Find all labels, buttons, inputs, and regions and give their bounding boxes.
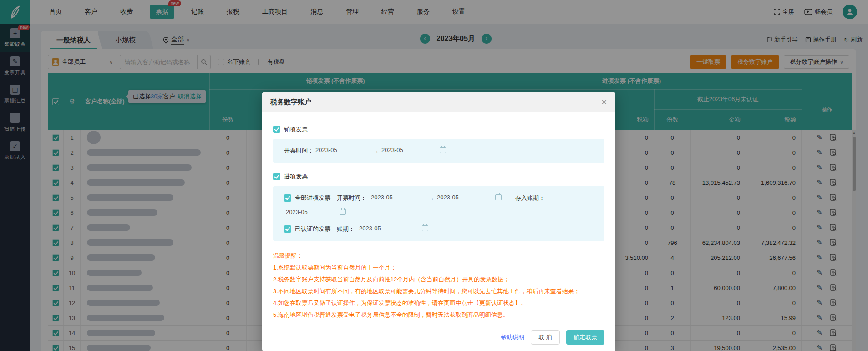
digital-account-modal: 税务数字账户 ✕ 销项发票 开票时间： 2023-05 → 2023-05 进项…	[262, 92, 615, 351]
arrow-right-icon: →	[373, 148, 379, 154]
calendar-icon	[340, 209, 346, 215]
sales-date-from-field[interactable]: 2023-05	[314, 145, 372, 156]
all-purchase-checkbox[interactable]	[284, 194, 291, 202]
confirm-fetch-button[interactable]: 确定取票	[566, 330, 604, 345]
purchase-date-panel: 全部进项发票 开票时间： 2023-05 → 2023-05 存入账期： 202…	[273, 186, 604, 241]
calendar-icon	[422, 225, 428, 231]
warning-notes: 温馨提醒： 1.系统默认取票期间为当前自然月的上一个月； 2.税务数字账户支持获…	[273, 250, 604, 321]
warning-line: 5.海南地区增值税普通发票受电子税务局信息不全的限制，暂时无法获取到商品明细信息…	[273, 309, 604, 321]
warning-line: 4.如您在取票后又做了认证操作，为保证发票状态的准确性，请在页面中点击【更新认证…	[273, 297, 604, 309]
sales-date-panel: 开票时间： 2023-05 → 2023-05	[273, 139, 604, 163]
calendar-icon	[440, 147, 446, 153]
modal-header: 税务数字账户 ✕	[262, 92, 615, 112]
purchase-invoice-checkbox[interactable]	[273, 173, 280, 180]
warning-line: 1.系统默认取票期间为当前自然月的上一个月；	[273, 262, 604, 274]
warning-title: 温馨提醒：	[273, 250, 604, 262]
sales-date-to-field[interactable]: 2023-05	[380, 145, 448, 156]
sales-invoice-option: 销项发票	[273, 125, 604, 133]
close-icon[interactable]: ✕	[601, 98, 607, 107]
calendar-icon	[495, 194, 502, 200]
sales-invoice-checkbox[interactable]	[273, 126, 280, 133]
warning-line: 2.税务数字账户支持获取当前自然月及向前推12个月内（含当前自然月）开具的发票数…	[273, 274, 604, 285]
modal-footer: 帮助说明 取 消 确定取票	[501, 330, 604, 345]
certified-invoice-checkbox[interactable]	[284, 225, 291, 233]
help-link[interactable]: 帮助说明	[501, 333, 524, 341]
deposit-period-field[interactable]: 2023-05	[284, 207, 348, 218]
purchase-invoice-option: 进项发票	[273, 173, 604, 181]
modal-title: 税务数字账户	[270, 98, 311, 107]
certified-period-field[interactable]: 2023-05	[357, 224, 430, 234]
modal-body: 销项发票 开票时间： 2023-05 → 2023-05 进项发票 全部进项发票…	[262, 125, 615, 321]
cancel-button[interactable]: 取 消	[531, 330, 560, 345]
arrow-right-icon: →	[428, 195, 434, 202]
warning-line: 3.不同地区取票时间有所不同，有的地区取票可能需要几分钟等待时间，您可以先去忙其…	[273, 285, 604, 297]
purchase-date-from-field[interactable]: 2023-05	[369, 193, 427, 203]
purchase-date-to-field[interactable]: 2023-05	[435, 193, 503, 203]
